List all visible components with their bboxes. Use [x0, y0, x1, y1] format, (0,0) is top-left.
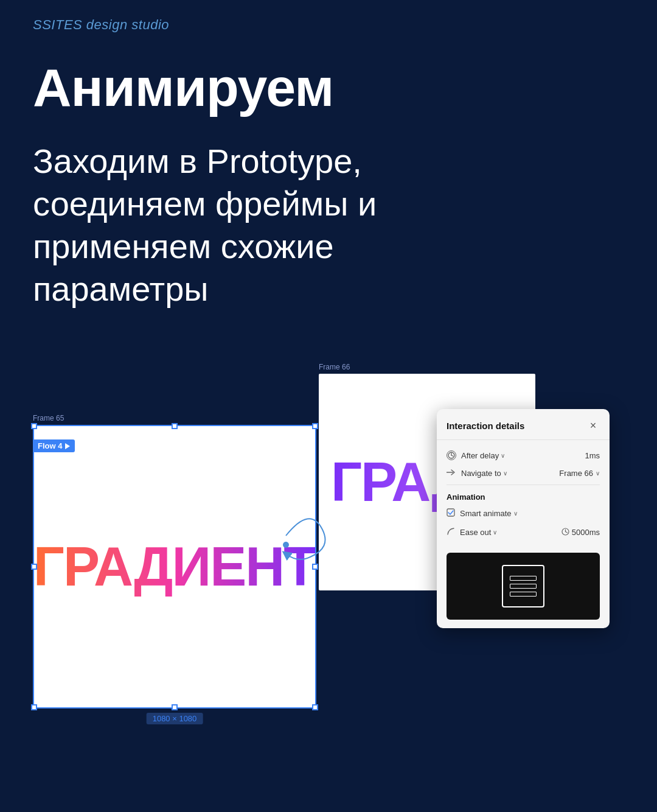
corner-handle — [312, 423, 318, 429]
navigate-to-value[interactable]: Frame 66 ∨ — [559, 469, 600, 478]
thumb-line-2 — [510, 584, 537, 589]
after-delay-left: After delay ∨ — [447, 450, 505, 460]
after-delay-time: 1ms — [585, 451, 600, 460]
smart-animate-dropdown[interactable]: Smart animate ∨ — [460, 509, 518, 518]
duration-clock-icon — [561, 528, 569, 537]
frame65-size: 1080 × 1080 — [147, 713, 203, 724]
smart-animate-icon — [447, 508, 455, 519]
frame65-label: Frame 65 — [33, 414, 316, 422]
navigate-to-row: Navigate to ∨ Frame 66 ∨ — [447, 464, 600, 482]
panel-body: After delay ∨ 1ms Navigate to — [437, 440, 610, 548]
flow-label: Flow 4 — [38, 441, 62, 450]
corner-handle — [312, 564, 318, 570]
navigate-icon — [447, 469, 456, 478]
ease-out-right: 5000ms — [561, 528, 600, 537]
navigate-frame-value: Frame 66 — [559, 469, 593, 478]
thumb-line-3 — [510, 592, 537, 597]
thumbnail-frame-icon — [502, 565, 544, 607]
flow-badge: Flow 4 — [33, 439, 75, 452]
panel-title: Interaction details — [447, 421, 524, 431]
panel-thumbnail — [447, 553, 600, 620]
corner-handle — [31, 704, 37, 710]
divider — [447, 485, 600, 485]
frame66-label: Frame 66 — [319, 363, 535, 371]
after-delay-dropdown[interactable]: After delay ∨ — [461, 451, 505, 460]
smart-animate-caret: ∨ — [513, 510, 518, 517]
svg-line-8 — [565, 531, 567, 533]
smart-animate-left: Smart animate ∨ — [447, 508, 518, 519]
panel-header: Interaction details × — [437, 409, 610, 440]
frame65-container: Frame 65 Flow 4 ГРАДИЕНТ 1080 × 1080 — [33, 414, 316, 709]
after-delay-row: After delay ∨ 1ms — [447, 446, 600, 464]
ease-out-dropdown[interactable]: Ease out ∨ — [460, 528, 497, 537]
interaction-panel: Interaction details × After delay ∨ — [437, 409, 610, 628]
duration-value: 5000ms — [572, 528, 600, 537]
after-delay-value: 1ms — [585, 451, 600, 460]
corner-handle — [31, 423, 37, 429]
corner-handle — [312, 704, 318, 710]
frame65-box: Flow 4 ГРАДИЕНТ 1080 × 1080 — [33, 425, 316, 709]
ease-out-icon — [447, 527, 455, 537]
navigate-frame-caret: ∨ — [596, 470, 600, 477]
navigate-to-label: Navigate to — [461, 469, 501, 478]
studio-label: SSITES design studio — [33, 17, 169, 33]
ease-out-label: Ease out — [460, 528, 491, 537]
panel-close-button[interactable]: × — [586, 419, 600, 432]
corner-handle — [172, 704, 178, 710]
flow-arrow-icon — [65, 443, 70, 449]
clock-icon — [447, 450, 456, 460]
frame65-gradient-text: ГРАДИЕНТ — [33, 536, 316, 598]
smart-animate-label: Smart animate — [460, 509, 512, 518]
after-delay-label: After delay — [461, 451, 499, 460]
smart-animate-row: Smart animate ∨ — [447, 504, 600, 523]
navigate-caret: ∨ — [503, 470, 507, 477]
subtitle: Заходим в Prototype, соединяем фреймы и … — [33, 140, 459, 310]
ease-out-row: Ease out ∨ 5000ms — [447, 523, 600, 542]
ease-out-left: Ease out ∨ — [447, 527, 497, 537]
after-delay-caret: ∨ — [501, 452, 505, 459]
main-title: Анимируем — [33, 61, 333, 114]
corner-handle — [172, 423, 178, 429]
navigate-to-left: Navigate to ∨ — [447, 469, 507, 478]
thumb-line-1 — [510, 576, 537, 581]
corner-handle — [31, 564, 37, 570]
animation-section-title: Animation — [447, 488, 600, 504]
svg-line-3 — [451, 455, 453, 457]
navigate-dropdown[interactable]: Navigate to ∨ — [461, 469, 507, 478]
ease-out-caret: ∨ — [493, 529, 497, 536]
